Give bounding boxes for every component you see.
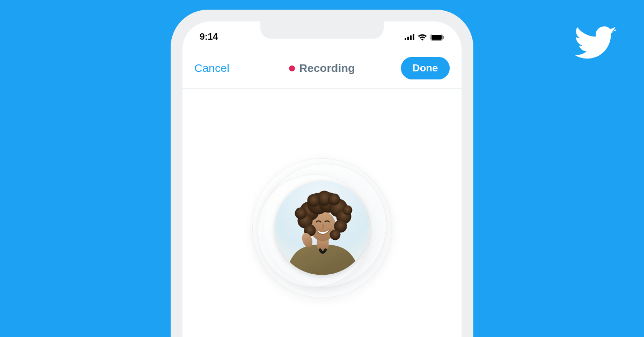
svg-point-18	[330, 230, 341, 240]
svg-point-19	[295, 208, 307, 219]
svg-rect-2	[410, 35, 412, 40]
recording-status: Recording	[289, 62, 355, 75]
cancel-button[interactable]: Cancel	[194, 62, 229, 75]
svg-rect-5	[431, 35, 442, 40]
twitter-bird-icon	[574, 21, 617, 64]
nav-title: Recording	[299, 62, 355, 75]
status-indicators	[405, 33, 444, 41]
svg-rect-3	[413, 34, 414, 40]
svg-rect-1	[407, 37, 409, 41]
battery-full-icon	[430, 34, 444, 41]
svg-point-21	[328, 194, 340, 206]
phone-frame: 9:14 Cancel Recording Done	[171, 10, 473, 337]
wifi-icon	[418, 33, 427, 41]
avatar-pulse-wrap	[252, 158, 392, 298]
cellular-signal-icon	[405, 33, 414, 41]
phone-screen: 9:14 Cancel Recording Done	[182, 21, 462, 337]
phone-notch	[260, 21, 384, 39]
recording-content	[182, 89, 462, 298]
svg-rect-6	[443, 36, 444, 39]
done-button[interactable]: Done	[401, 57, 450, 79]
svg-rect-0	[405, 38, 406, 40]
nav-bar: Cancel Recording Done	[182, 45, 462, 89]
recording-dot-icon	[289, 65, 295, 71]
svg-point-22	[308, 194, 320, 207]
status-time: 9:14	[200, 32, 218, 42]
profile-avatar	[275, 181, 369, 275]
svg-point-23	[343, 206, 353, 215]
